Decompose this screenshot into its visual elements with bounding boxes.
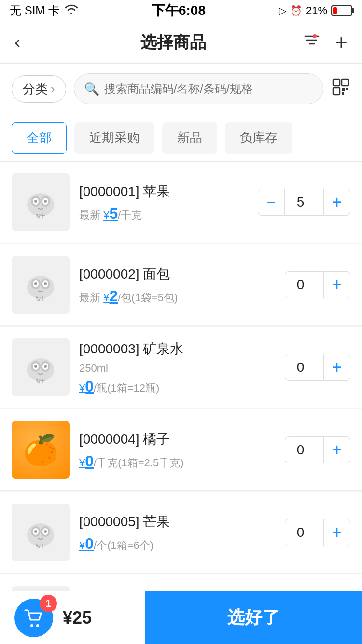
- status-time: 下午6:08: [152, 1, 206, 20]
- product-name: [0000005] 芒果: [79, 513, 275, 531]
- svg-point-15: [34, 200, 37, 203]
- battery-icon: [331, 5, 352, 16]
- tab-negative[interactable]: 负库存: [225, 122, 292, 154]
- price-value: 0: [85, 535, 94, 552]
- product-item: 智十 [0000001] 苹果 最新 ¥5/千克 − +: [0, 162, 362, 243]
- price-note: (1箱=2.5千克): [118, 457, 183, 469]
- product-image-0000004: [12, 421, 70, 479]
- svg-point-31: [34, 365, 37, 368]
- search-input[interactable]: [104, 82, 313, 96]
- quantity-input[interactable]: [285, 271, 323, 298]
- filter-bar: 分类 › 🔍: [0, 64, 362, 114]
- chevron-right-icon: ›: [51, 82, 55, 97]
- owl-logo: 智十: [21, 348, 60, 387]
- confirm-button[interactable]: 选好了: [145, 591, 362, 644]
- decrement-button[interactable]: −: [258, 189, 285, 216]
- tab-bar: 全部 近期采购 新品 负库存: [0, 114, 362, 162]
- battery-percent: 21%: [306, 4, 327, 17]
- price-value: 5: [109, 205, 118, 222]
- price-unit: /包: [118, 292, 131, 304]
- cart-icon[interactable]: 1: [14, 599, 53, 637]
- product-info-0000004: [0000004] 橘子 ¥0/千克(1箱=2.5千克): [70, 430, 285, 470]
- filter-icon[interactable]: [303, 31, 320, 53]
- product-price: 最新 ¥2/包(1袋=5包): [79, 287, 275, 305]
- add-icon[interactable]: +: [335, 30, 348, 55]
- product-info-0000005: [0000005] 芒果 ¥0/个(1箱=6个): [70, 513, 285, 553]
- product-price: ¥0/瓶(1箱=12瓶): [79, 378, 275, 395]
- svg-text:智十: 智十: [36, 378, 45, 384]
- svg-point-18: [27, 276, 54, 299]
- svg-point-32: [44, 365, 47, 368]
- quantity-input[interactable]: [285, 519, 323, 546]
- cart-badge: 1: [40, 595, 57, 612]
- quantity-input[interactable]: [285, 436, 323, 463]
- product-price: ¥0/千克(1箱=2.5千克): [79, 452, 275, 470]
- increment-button[interactable]: +: [323, 354, 350, 381]
- alarm-icon: ⏰: [290, 5, 302, 16]
- scan-icon[interactable]: [331, 77, 350, 101]
- product-name: [0000003] 矿泉水: [79, 340, 275, 358]
- svg-rect-8: [346, 88, 348, 90]
- quantity-input[interactable]: [285, 189, 323, 216]
- price-prefix: 最新: [79, 292, 103, 304]
- status-bar: 无 SIM 卡 下午6:08 ▷ ⏰ 21%: [0, 0, 362, 21]
- search-icon: 🔍: [84, 82, 99, 97]
- product-item: [0000004] 橘子 ¥0/千克(1箱=2.5千克) +: [0, 409, 362, 491]
- product-info-0000003: [0000003] 矿泉水 250ml ¥0/瓶(1箱=12瓶): [70, 340, 285, 395]
- price-currency: ¥: [79, 539, 85, 551]
- increment-button[interactable]: +: [323, 271, 350, 298]
- price-note: (1箱=6个): [107, 539, 153, 551]
- back-button[interactable]: ‹: [14, 32, 43, 53]
- search-box[interactable]: 🔍: [74, 73, 323, 104]
- category-button[interactable]: 分类 ›: [12, 75, 66, 103]
- page-title: 选择商品: [140, 31, 206, 54]
- price-currency: ¥: [103, 292, 109, 304]
- svg-point-10: [27, 193, 54, 216]
- cart-total: ¥25: [63, 608, 92, 628]
- svg-point-16: [44, 200, 47, 203]
- increment-button[interactable]: +: [323, 519, 350, 546]
- quantity-stepper: +: [285, 354, 350, 381]
- quantity-stepper: +: [285, 436, 350, 463]
- svg-point-24: [44, 282, 47, 285]
- svg-point-23: [34, 282, 37, 285]
- tab-new[interactable]: 新品: [162, 122, 217, 154]
- svg-point-39: [34, 530, 37, 533]
- price-value: 0: [85, 452, 94, 470]
- product-image-0000002: 智十: [12, 256, 70, 314]
- location-icon: ▷: [279, 5, 286, 16]
- quantity-input[interactable]: [285, 354, 323, 381]
- status-left: 无 SIM 卡: [10, 3, 78, 18]
- product-image-0000005: 智十: [12, 504, 70, 561]
- product-image-0000001: 智十: [12, 173, 70, 231]
- product-price: ¥0/个(1箱=6个): [79, 535, 275, 553]
- increment-button[interactable]: +: [323, 436, 350, 463]
- svg-rect-9: [342, 92, 344, 95]
- owl-logo: 智十: [21, 513, 60, 552]
- price-unit: /瓶: [94, 382, 107, 394]
- product-price: 最新 ¥5/千克: [79, 205, 248, 223]
- price-value: 2: [109, 287, 118, 305]
- product-name: [0000004] 橘子: [79, 430, 275, 448]
- svg-point-51: [36, 624, 39, 627]
- increment-button[interactable]: +: [323, 189, 350, 216]
- svg-rect-5: [342, 79, 348, 86]
- tab-all[interactable]: 全部: [12, 122, 67, 154]
- owl-logo: 智十: [21, 266, 60, 304]
- bottom-bar: 1 ¥25 选好了: [0, 591, 362, 644]
- price-currency: ¥: [103, 209, 109, 221]
- quantity-stepper: +: [285, 271, 350, 298]
- product-image-0000003: 智十: [12, 338, 70, 396]
- svg-point-3: [313, 34, 317, 38]
- tab-recent[interactable]: 近期采购: [74, 122, 154, 154]
- price-prefix: 最新: [79, 209, 103, 221]
- price-note: (1箱=12瓶): [107, 382, 159, 394]
- svg-text:智十: 智十: [36, 296, 45, 301]
- product-info-0000002: [0000002] 面包 最新 ¥2/包(1袋=5包): [70, 265, 285, 305]
- svg-point-34: [27, 523, 54, 546]
- price-unit: /千克: [94, 457, 118, 469]
- product-spec: 250ml: [79, 362, 275, 375]
- price-unit: /千克: [118, 209, 142, 221]
- svg-point-50: [30, 624, 33, 627]
- category-label: 分类: [23, 81, 48, 98]
